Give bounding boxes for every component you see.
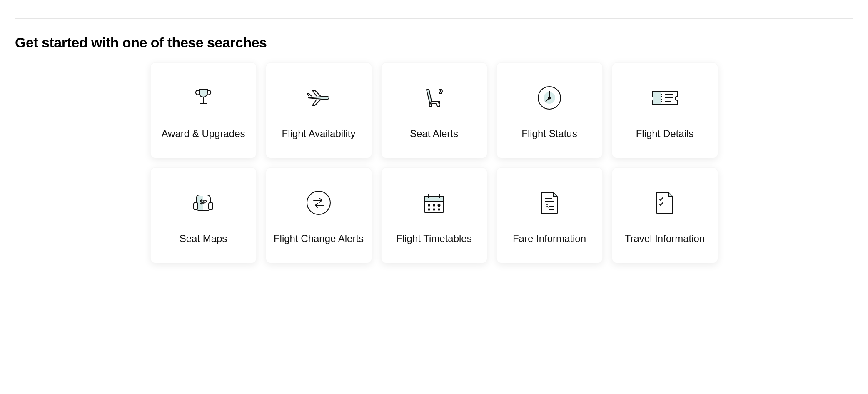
- card-flight-availability[interactable]: Flight Availability: [266, 62, 372, 158]
- card-flight-details[interactable]: Flight Details: [612, 62, 718, 158]
- card-award-upgrades[interactable]: Award & Upgrades: [150, 62, 257, 158]
- svg-text:$P: $P: [200, 199, 207, 205]
- clock-icon: [536, 81, 562, 115]
- svg-point-28: [438, 204, 440, 207]
- divider: [15, 18, 853, 19]
- card-flight-status[interactable]: Flight Status: [496, 62, 603, 158]
- svg-rect-10: [653, 92, 661, 104]
- card-fare-information[interactable]: $ Fare Information: [496, 167, 603, 263]
- search-cards-grid: Award & Upgrades Flight Availability Sea…: [15, 62, 853, 263]
- card-label: Seat Maps: [180, 233, 227, 244]
- card-seat-maps[interactable]: $P Seat Maps: [150, 167, 257, 263]
- transfer-icon: [305, 186, 332, 219]
- card-seat-alerts[interactable]: Seat Alerts: [381, 62, 487, 158]
- svg-point-31: [438, 209, 440, 210]
- trophy-icon: [192, 81, 215, 115]
- seat-price-icon: $P: [190, 186, 216, 219]
- svg-point-26: [428, 204, 430, 206]
- card-travel-information[interactable]: Travel Information: [612, 167, 718, 263]
- svg-point-20: [307, 191, 330, 214]
- svg-point-27: [433, 204, 435, 206]
- card-label: Travel Information: [625, 233, 705, 244]
- card-flight-timetables[interactable]: Flight Timetables: [381, 167, 487, 263]
- checklist-document-icon: [654, 186, 675, 219]
- card-label: Flight Timetables: [396, 233, 471, 244]
- airplane-icon: [304, 81, 333, 115]
- ticket-icon: [651, 81, 679, 115]
- calendar-icon: [422, 186, 446, 219]
- svg-text:$: $: [546, 204, 549, 209]
- seat-alert-icon: [422, 81, 446, 115]
- svg-point-9: [549, 97, 551, 99]
- svg-rect-18: [209, 202, 213, 210]
- card-label: Flight Change Alerts: [274, 233, 364, 244]
- svg-rect-17: [194, 202, 198, 210]
- card-label: Flight Availability: [282, 128, 356, 140]
- card-label: Flight Details: [636, 128, 694, 140]
- card-label: Flight Status: [521, 128, 577, 140]
- card-label: Award & Upgrades: [162, 128, 245, 140]
- card-label: Fare Information: [513, 233, 586, 244]
- svg-point-29: [428, 209, 430, 210]
- card-flight-change-alerts[interactable]: Flight Change Alerts: [266, 167, 372, 263]
- section-title: Get started with one of these searches: [15, 35, 853, 51]
- fare-document-icon: $: [539, 186, 560, 219]
- svg-point-30: [433, 209, 435, 210]
- card-label: Seat Alerts: [410, 128, 458, 140]
